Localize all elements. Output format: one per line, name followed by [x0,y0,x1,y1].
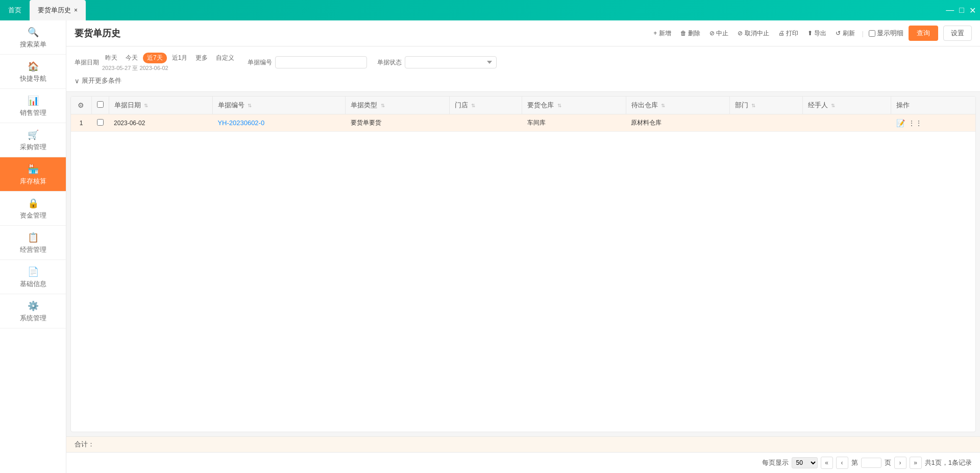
sidebar-item-quick-nav[interactable]: 🏠 快捷导航 [0,55,66,89]
sidebar: 🔍 搜索菜单 🏠 快捷导航 📊 销售管理 🛒 采购管理 🏪 库存核算 🔒 资金管… [0,20,66,473]
col-store-sort-icon[interactable]: ⇅ [471,103,475,108]
minimize-btn[interactable]: — [946,6,954,15]
row-department [730,114,803,132]
chevron-down-icon: ∨ [75,77,80,85]
col-store: 门店 ⇅ [449,97,522,114]
sidebar-item-finance-mgmt[interactable]: 🔒 资金管理 [0,192,66,226]
order-no-filter-label: 单据编号 [248,58,272,67]
refresh-button[interactable]: ↺ 刷新 [834,28,856,39]
tab-requisition-history[interactable]: 要货单历史 × [30,0,86,20]
col-department-sort-icon[interactable]: ⇅ [751,103,755,108]
sidebar-item-inventory[interactable]: 🏪 库存核算 [0,157,66,192]
row-date: 2023-06-02 [109,114,212,132]
maximize-btn[interactable]: □ [959,6,964,15]
tab-home-label: 首页 [8,6,21,15]
sidebar-item-system-mgmt-label: 系统管理 [20,314,46,323]
expand-more-label: 展开更多条件 [82,76,121,85]
sidebar-item-system-mgmt[interactable]: ⚙️ 系统管理 [0,294,66,328]
col-order-type-sort-icon[interactable]: ⇅ [381,103,385,108]
col-req-warehouse: 要货仓库 ⇅ [522,97,626,114]
sidebar-item-finance-mgmt-label: 资金管理 [20,211,46,220]
row-order-no-link[interactable]: YH-20230602-0 [217,119,264,127]
sidebar-item-operations-mgmt[interactable]: 📋 经营管理 [0,226,66,260]
col-order-no-sort-icon[interactable]: ⇅ [248,103,252,108]
row-order-no: YH-20230602-0 [212,114,345,132]
toolbar: + 新增 🗑 删除 ⊘ 中止 ⊘ 取消中止 🖨 打印 ⬆ 导出 ↺ 刷新 | 显… [651,26,972,41]
column-settings-icon[interactable]: ⚙ [78,101,84,109]
col-store-label: 门店 [455,101,468,109]
total-label: 合计： [75,440,94,449]
date-btn-more[interactable]: 更多 [192,53,211,63]
print-button[interactable]: 🖨 打印 [776,28,800,39]
sidebar-item-purchase-mgmt-label: 采购管理 [20,143,46,152]
col-settings: ⚙ [71,97,91,114]
col-date-sort-icon[interactable]: ⇅ [144,103,148,108]
content-area: 要货单历史 + 新增 🗑 删除 ⊘ 中止 ⊘ 取消中止 🖨 打印 ⬆ 导出 ↺ … [66,20,980,473]
date-btn-today[interactable]: 今天 [122,53,141,63]
order-no-input[interactable] [275,56,367,68]
col-order-no-label: 单据编号 [218,101,244,109]
col-handler-sort-icon[interactable]: ⇅ [831,103,835,108]
settings-button[interactable]: 设置 [943,26,972,41]
table-body: 1 2023-06-02 YH-20230602-0 要货单要货 车间库 原材料… [71,114,975,132]
close-btn[interactable]: ✕ [969,6,976,15]
export-button[interactable]: ⬆ 导出 [805,28,828,39]
date-btn-last7days[interactable]: 近7天 [143,53,167,63]
footer-bar: 合计： [66,436,980,452]
col-req-warehouse-sort-icon[interactable]: ⇅ [557,103,561,108]
display-detail-label: 显示明细 [877,29,903,38]
delete-button[interactable]: 🗑 删除 [678,28,702,39]
row-detail-icon[interactable]: ⋮⋮ [908,119,922,127]
sidebar-item-sales-mgmt-label: 销售管理 [20,108,46,117]
display-detail-checkbox-label[interactable]: 显示明细 [869,29,903,38]
per-page-select[interactable]: 50 20 100 200 [792,457,818,468]
stop-button[interactable]: ⊘ 中止 [707,28,730,39]
page-header: 要货单历史 + 新增 🗑 删除 ⊘ 中止 ⊘ 取消中止 🖨 打印 ⬆ 导出 ↺ … [66,20,980,46]
col-checkbox [91,97,109,114]
col-department-label: 部门 [735,101,748,109]
date-btn-last1month[interactable]: 近1月 [169,53,191,63]
table-header: ⚙ 单据日期 ⇅ 单据编号 ⇅ [71,97,975,114]
status-filter-label: 单据状态 [377,58,402,67]
pagination-last-btn[interactable]: » [910,457,922,469]
status-filter-group: 单据状态 [377,56,497,68]
pagination-next-btn[interactable]: › [894,457,906,469]
row-pending-warehouse: 原材料仓库 [626,114,729,132]
table-header-row: ⚙ 单据日期 ⇅ 单据编号 ⇅ [71,97,975,114]
cancel-stop-button[interactable]: ⊘ 取消中止 [736,28,771,39]
row-handler [802,114,891,132]
date-btn-custom[interactable]: 自定义 [213,53,237,63]
filter-row: 单据日期 昨天 今天 近7天 近1月 更多 自定义 2023-05-27 至 2… [75,53,972,72]
status-select[interactable] [405,56,497,68]
sidebar-item-search-menu[interactable]: 🔍 搜索菜单 [0,20,66,55]
pagination-prev-btn[interactable]: ‹ [836,457,848,469]
close-tab-icon[interactable]: × [74,7,78,14]
divider: | [862,30,864,37]
row-edit-icon[interactable]: 📝 [896,119,905,127]
pagination-first-btn[interactable]: « [821,457,833,469]
row-store [449,114,522,132]
col-pending-warehouse: 待出仓库 ⇅ [626,97,729,114]
col-date: 单据日期 ⇅ [109,97,212,114]
row-num: 1 [71,114,91,132]
top-bar: 首页 要货单历史 × — □ ✕ [0,0,980,20]
system-mgmt-icon: ⚙️ [28,300,39,312]
sidebar-item-operations-mgmt-label: 经营管理 [20,245,46,254]
sidebar-item-purchase-mgmt[interactable]: 🛒 采购管理 [0,123,66,157]
display-detail-checkbox[interactable] [869,30,875,37]
expand-more-btn[interactable]: ∨ 展开更多条件 [75,76,972,85]
page-input[interactable]: 1 [861,458,881,468]
select-all-checkbox[interactable] [97,101,104,108]
col-pending-warehouse-sort-icon[interactable]: ⇅ [661,103,665,108]
sidebar-item-sales-mgmt[interactable]: 📊 销售管理 [0,89,66,123]
row-checkbox-cell [91,114,109,132]
query-button[interactable]: 查询 [909,26,938,41]
row-checkbox[interactable] [97,119,104,126]
col-req-warehouse-label: 要货仓库 [527,101,554,109]
row-req-warehouse: 车间库 [522,114,626,132]
new-button[interactable]: + 新增 [651,28,673,39]
sidebar-item-basic-info[interactable]: 📄 基础信息 [0,260,66,294]
tab-home[interactable]: 首页 [0,0,30,20]
total-info: 共1页，1条记录 [925,458,972,467]
date-btn-yesterday[interactable]: 昨天 [102,53,120,63]
